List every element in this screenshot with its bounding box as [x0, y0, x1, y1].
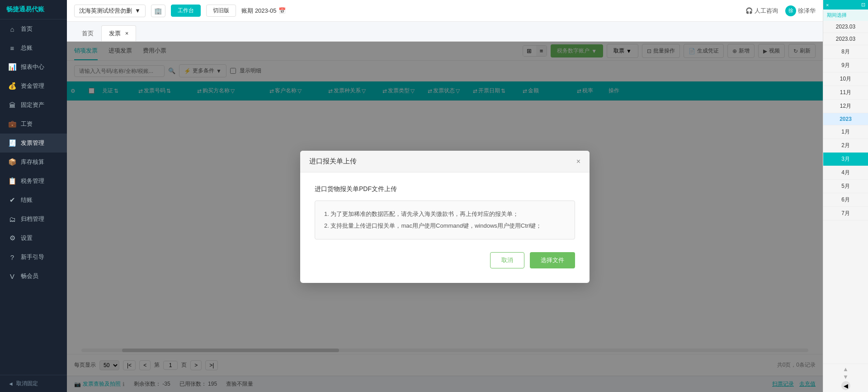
modal-info-line2: 2. 支持批量上传进口报关单，mac用户使用Command键，windows用户… — [324, 220, 566, 232]
right-panel-header: × ⊡ — [823, 0, 868, 10]
tab-bar: 首页 发票 × — [67, 22, 823, 42]
calendar-icon[interactable]: 📅 — [278, 7, 286, 14]
sidebar-item-label: 畅会员 — [21, 272, 38, 280]
member-icon: V — [8, 272, 16, 280]
month-item-3[interactable]: 9月 — [823, 59, 868, 72]
sidebar-item-guide[interactable]: ? 新手引导 — [0, 248, 67, 267]
sidebar: 畅捷通易代账 ⌂ 首页 ≡ 总账 📊 报表中心 💰 资金管理 🏛 固定资产 💼 … — [0, 0, 67, 392]
sidebar-item-tax[interactable]: 📋 税务管理 — [0, 172, 67, 191]
modal-footer: 取消 选择文件 — [315, 252, 575, 268]
month-item-11[interactable]: 4月 — [823, 166, 868, 180]
payroll-icon: 💼 — [8, 120, 16, 128]
period-label: 账期 — [241, 7, 253, 15]
sidebar-item-payroll[interactable]: 💼 工资 — [0, 115, 67, 134]
modal-header: 进口报关单上传 × — [300, 151, 590, 172]
unpin-button[interactable]: ◄ 取消固定 — [0, 375, 67, 392]
user-name: 徐泽华 — [798, 7, 816, 15]
fixed-assets-icon: 🏛 — [8, 101, 16, 109]
toggle-panel-button[interactable]: ◀ — [841, 381, 850, 390]
right-panel: × ⊡ 期间选择 2023.03 2023.03 8月 9月 10月 11月 1… — [823, 0, 868, 392]
sidebar-item-label: 设置 — [21, 234, 33, 242]
month-item-1[interactable]: 2023.03 — [823, 33, 868, 45]
tax-icon: 📋 — [8, 177, 16, 185]
sidebar-item-label: 总账 — [21, 44, 33, 52]
sidebar-item-label: 库存核算 — [21, 158, 44, 166]
month-item-9[interactable]: 2月 — [823, 139, 868, 153]
sidebar-item-label: 归档管理 — [21, 215, 44, 223]
sidebar-item-label: 新手引导 — [21, 253, 44, 261]
company-name: 沈海英测试经营勿删 — [79, 7, 132, 15]
month-item-14[interactable]: 7月 — [823, 207, 868, 220]
sidebar-item-funds[interactable]: 💰 资金管理 — [0, 76, 67, 96]
top-header: 沈海英测试经营勿删 ▼ 🏢 工作台 切旧版 账期 2023-05 📅 🎧 人工咨… — [67, 0, 823, 22]
sidebar-item-label: 资金管理 — [21, 82, 44, 90]
modal-close-button[interactable]: × — [576, 158, 580, 166]
workspace-button[interactable]: 工作台 — [171, 5, 201, 17]
content-area: 销项发票 进项发票 费用小票 ⊞ ≡ 税务数字账户 ▼ 取票 ▼ — [67, 42, 823, 392]
sidebar-item-archive[interactable]: 🗂 归档管理 — [0, 210, 67, 229]
period-display: 账期 2023-05 📅 — [241, 7, 286, 15]
ledger-icon: ≡ — [8, 44, 16, 52]
settings-icon: ⚙ — [8, 234, 16, 242]
sidebar-item-settlement[interactable]: ✔ 结账 — [0, 191, 67, 210]
home-icon: ⌂ — [8, 25, 16, 33]
app-logo: 畅捷通易代账 — [0, 0, 67, 19]
modal-cancel-button[interactable]: 取消 — [490, 252, 524, 268]
month-item-2[interactable]: 8月 — [823, 45, 868, 59]
building-icon: 🏢 — [154, 7, 162, 14]
month-item-12[interactable]: 5月 — [823, 180, 868, 193]
sidebar-item-label: 工资 — [21, 120, 33, 128]
pin-icon: ◄ — [8, 381, 14, 387]
archive-icon: 🗂 — [8, 215, 16, 223]
period-value: 2023-05 — [255, 7, 277, 14]
settlement-icon: ✔ — [8, 196, 16, 204]
invoice-icon: 🧾 — [8, 139, 16, 147]
user-profile[interactable]: 徐 徐泽华 — [785, 5, 816, 16]
scroll-up-icon[interactable]: ▲ — [843, 366, 849, 373]
month-item-10[interactable]: 3月 — [823, 153, 868, 166]
month-item-13[interactable]: 6月 — [823, 193, 868, 207]
modal-info-box: 1. 为了更加稀准的数据匹配，请先录入海关缴款书，再上传对应的报关单； 2. 支… — [315, 201, 575, 239]
chevron-down-icon: ▼ — [135, 7, 141, 14]
tab-invoice[interactable]: 发票 × — [101, 25, 136, 41]
month-item-0[interactable]: 2023.03 — [823, 21, 868, 33]
company-selector[interactable]: 沈海英测试经营勿删 ▼ — [74, 5, 146, 17]
scroll-down-icon[interactable]: ▼ — [843, 373, 849, 380]
user-avatar: 徐 — [785, 5, 796, 16]
month-list: 2023.03 2023.03 8月 9月 10月 11月 12月 2023 1… — [823, 21, 868, 363]
sidebar-item-fixed-assets[interactable]: 🏛 固定资产 — [0, 96, 67, 115]
sidebar-item-invoice[interactable]: 🧾 发票管理 — [0, 134, 67, 153]
inventory-icon: 📦 — [8, 158, 16, 166]
company-action-btn[interactable]: 🏢 — [151, 5, 165, 17]
period-select-label: 期间选择 — [823, 10, 868, 21]
funds-icon: 💰 — [8, 82, 16, 90]
right-panel-close-icon[interactable]: × — [826, 2, 829, 8]
sidebar-item-reports[interactable]: 📊 报表中心 — [0, 57, 67, 76]
sidebar-item-label: 固定资产 — [21, 101, 44, 109]
right-panel-expand-icon[interactable]: ⊡ — [861, 2, 865, 8]
modal-select-file-button[interactable]: 选择文件 — [530, 252, 575, 268]
month-item-8[interactable]: 1月 — [823, 125, 868, 139]
sidebar-item-label: 首页 — [21, 25, 33, 33]
app-logo-text: 畅捷通易代账 — [6, 5, 61, 14]
tab-home[interactable]: 首页 — [74, 25, 101, 41]
switch-version-button[interactable]: 切旧版 — [206, 5, 236, 17]
month-item-5[interactable]: 11月 — [823, 86, 868, 100]
reports-icon: 📊 — [8, 63, 16, 71]
modal-overlay: 进口报关单上传 × 进口货物报关单PDF文件上传 1. 为了更加稀准的数据匹配，… — [67, 42, 823, 392]
tab-close-icon[interactable]: × — [125, 30, 129, 37]
month-item-6[interactable]: 12月 — [823, 100, 868, 113]
support-button[interactable]: 🎧 人工咨询 — [745, 7, 778, 15]
sidebar-item-member[interactable]: V 畅会员 — [0, 267, 67, 286]
sidebar-item-ledger[interactable]: ≡ 总账 — [0, 38, 67, 57]
main-area: 沈海英测试经营勿删 ▼ 🏢 工作台 切旧版 账期 2023-05 📅 🎧 人工咨… — [67, 0, 823, 392]
month-item-4[interactable]: 10月 — [823, 72, 868, 86]
modal-body: 进口货物报关单PDF文件上传 1. 为了更加稀准的数据匹配，请先录入海关缴款书，… — [300, 172, 590, 283]
sidebar-item-inventory[interactable]: 📦 库存核算 — [0, 153, 67, 172]
sidebar-item-settings[interactable]: ⚙ 设置 — [0, 229, 67, 248]
support-label: 人工咨询 — [755, 7, 778, 15]
month-item-7[interactable]: 2023 — [823, 113, 868, 125]
sidebar-item-home[interactable]: ⌂ 首页 — [0, 19, 67, 38]
right-panel-scroll-controls: ▲ ▼ ◀ — [823, 363, 868, 392]
guide-icon: ? — [8, 253, 16, 261]
